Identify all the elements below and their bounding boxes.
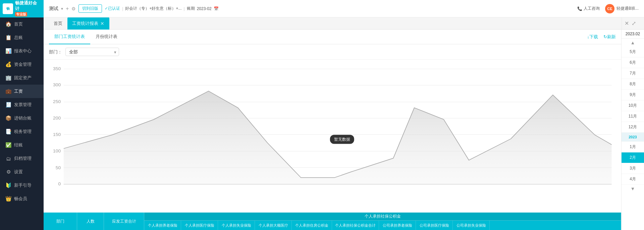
sidebar-item-tax[interactable]: 📑税务管理 [0,125,44,138]
period-label: 账期 [187,6,195,11]
subtab-dept-salary[interactable]: 部门工资统计表 [49,30,90,44]
expand-window-button[interactable]: ⤢ [632,20,636,27]
month-6[interactable]: 6月 [622,57,644,68]
dept-label: 部门： [49,49,62,55]
chart-fill [64,91,612,184]
tab-salary-report[interactable]: 工资统计报表 ✕ [67,17,109,30]
user-menu[interactable]: CE 轻捷通B班... [605,4,639,13]
table-header: 部门 人数 应发工资合计 个人承担社保公积金 个人承担养老保险 [44,213,621,230]
topbar: 测试 ▾ + ⚙ 切到旧版 ✓已认证 | 好会计（专）+好生意（标）+... |… [44,0,644,17]
th-company-unemployment: 公司承担失业保险 [453,221,490,230]
sidebar-item-salary[interactable]: 💼工资 [0,85,44,98]
svg-text:300: 300 [53,83,61,87]
topbar-left: 测试 ▾ + ⚙ 切到旧版 ✓已认证 | 好会计（专）+好生意（标）+... |… [49,4,574,13]
sidebar-label-tax: 税务管理 [14,129,32,135]
sidebar-item-checkout[interactable]: ✅结账 [0,138,44,152]
calendar-icon[interactable]: 📅 [214,6,219,11]
invoice-icon: 🧾 [5,102,11,108]
th-personal-unemployment: 个人承担失业保险 [218,221,255,230]
date-prev-button[interactable]: ▲ [622,39,644,47]
month-12[interactable]: 12月 [622,122,644,133]
product-tags: 好会计（专）+好生意（标）+... [125,6,181,11]
company-dropdown-icon[interactable]: ▾ [61,6,63,11]
th-personal-major-medical: 个人承担大额医疗 [255,221,292,230]
sidebar: 畅 畅捷通好会计 专业版 🏠首页📋总账📊报表中心💰资金管理🏢固定资产💼工资🧾发票… [0,0,44,230]
dept-select[interactable]: 全部 财务部 人事部 销售部 技术部 [65,48,119,56]
month-11[interactable]: 11月 [622,111,644,122]
tab-bar: 首页 工资统计报表 ✕ ✕ ⤢ [44,17,644,30]
sidebar-item-sales[interactable]: 📦进销台账 [0,111,44,125]
sidebar-item-assets[interactable]: 🏢固定资产 [0,71,44,85]
sidebar-item-funds[interactable]: 💰资金管理 [0,58,44,71]
guide-icon: 🔰 [5,182,11,188]
th-group-personal-cols: 个人承担养老保险 个人承担医疗保险 个人承担失业保险 个人承担大额医疗 个人承担 [144,221,621,230]
month-8[interactable]: 8月 [622,79,644,90]
sidebar-item-home[interactable]: 🏠首页 [0,17,44,31]
sales-icon: 📦 [5,115,11,121]
archive-icon: 🗂 [5,156,11,162]
sidebar-item-ledger[interactable]: 📋总账 [0,31,44,44]
sidebar-label-invoice: 发票管理 [14,102,32,108]
svg-text:0: 0 [58,182,61,186]
topbar-right: 📞 人工咨询 CE 轻捷通B班... [577,4,639,13]
user-name: 轻捷通B班... [616,6,639,11]
edition-badge: 专业版 [15,12,27,16]
date-next-button[interactable]: ▼ [622,185,644,193]
month-7[interactable]: 7月 [622,68,644,79]
content-main: 部门工资统计表 月份统计表 ↓下载 ↻刷新 部门： [44,30,621,230]
date-display: 2023.02 [622,30,644,39]
th-group-personal-title: 个人承担社保公积金 [144,213,621,221]
th-personal-medical: 个人承担医疗保险 [181,221,218,230]
month-5[interactable]: 5月 [622,47,644,57]
support-icon: 📞 [577,6,582,11]
topbar-tags: ✓已认证 | 好会计（专）+好生意（标）+... | 账期 2023-02 📅 [105,6,218,11]
th-gross-salary: 应发工资合计 [104,213,144,230]
month-10[interactable]: 10月 [622,100,644,111]
subtab-left: 部门工资统计表 月份统计表 [49,30,123,44]
sidebar-item-settings[interactable]: ⚙设置 [0,165,44,179]
refresh-button[interactable]: ↻刷新 [603,34,616,40]
assets-icon: 🏢 [5,75,11,81]
month-3[interactable]: 3月 [622,163,644,174]
filter-bar: 部门： 全部 财务部 人事部 销售部 技术部 [44,44,621,60]
th-company-medical: 公司承担医疗保险 [416,221,453,230]
sidebar-item-invoice[interactable]: 🧾发票管理 [0,98,44,111]
company-name: 测试 [49,6,58,12]
support-button[interactable]: 📞 人工咨询 [577,6,600,11]
download-button[interactable]: ↓下载 [587,34,598,40]
avatar: CE [605,4,614,13]
close-window-button[interactable]: ✕ [625,20,629,27]
sidebar-label-salary: 工资 [14,88,23,94]
month-9[interactable]: 9月 [622,90,644,100]
tab-close-icon[interactable]: ✕ [100,21,104,26]
sidebar-item-archive[interactable]: 🗂归档管理 [0,152,44,165]
svg-text:250: 250 [53,99,61,104]
logo-text: 畅捷通好会计 专业版 [15,0,41,17]
month-1[interactable]: 1月 [622,142,644,152]
member-icon: 👑 [5,196,11,202]
subtab-bar: 部门工资统计表 月份统计表 ↓下载 ↻刷新 [44,30,621,44]
salary-icon: 💼 [5,88,11,94]
tax-icon: 📑 [5,129,11,135]
month-4[interactable]: 4月 [622,174,644,185]
sidebar-label-assets: 固定资产 [14,75,32,81]
subtab-monthly-salary[interactable]: 月份统计表 [90,30,123,44]
svg-text:50: 50 [56,165,61,170]
month-2-active[interactable]: 2月 [622,152,644,163]
sidebar-item-reports[interactable]: 📊报表中心 [0,44,44,58]
th-personal-pension: 个人承担养老保险 [144,221,181,230]
tab-home[interactable]: 首页 [49,17,67,30]
chart-area: 350 300 250 200 150 100 50 0 [44,60,621,213]
sidebar-label-archive: 归档管理 [14,155,32,162]
settings-icon[interactable]: ⚙ [71,6,76,11]
support-label: 人工咨询 [584,6,600,11]
svg-text:200: 200 [53,116,61,120]
sidebar-item-guide[interactable]: 🔰新手引导 [0,179,44,192]
sidebar-item-member[interactable]: 👑畅会员 [0,192,44,205]
sidebar-label-reports: 报表中心 [14,48,32,54]
sidebar-label-funds: 资金管理 [14,61,32,67]
switch-old-button[interactable]: 切到旧版 [78,4,102,13]
add-company-icon[interactable]: + [66,6,69,12]
main-content: 测试 ▾ + ⚙ 切到旧版 ✓已认证 | 好会计（专）+好生意（标）+... |… [44,0,644,230]
app-logo: 畅 畅捷通好会计 专业版 [0,0,44,17]
